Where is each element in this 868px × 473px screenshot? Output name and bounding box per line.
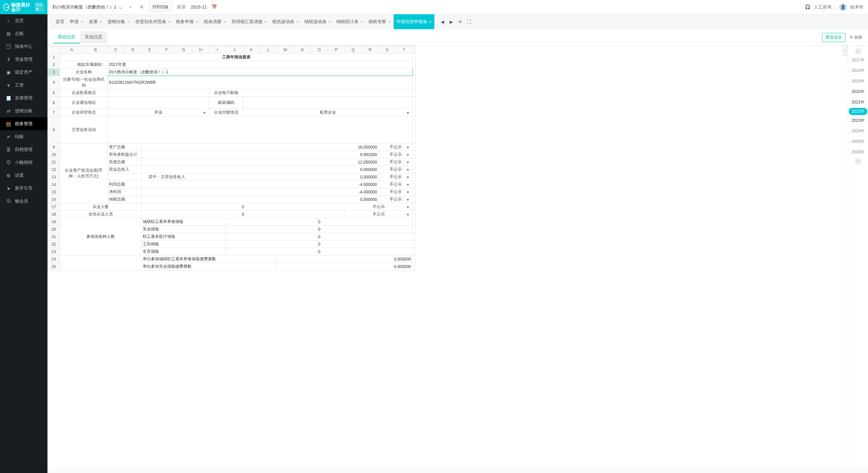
row-11-header[interactable]: 11 — [48, 158, 60, 166]
ins-value-22[interactable]: 0 — [226, 241, 413, 248]
row-17-header[interactable]: 17 — [48, 203, 60, 211]
settings-icon-button[interactable]: ⚙ — [138, 3, 146, 11]
status-select[interactable]: 开业▼ — [107, 109, 209, 116]
col-E[interactable]: E — [141, 46, 158, 54]
value-15[interactable]: -4.000000 — [141, 188, 379, 196]
disclosure-9[interactable]: 不公示▼ — [379, 144, 413, 151]
biz-input[interactable] — [107, 116, 413, 144]
disclosure-select[interactable]: 不公示▼ — [346, 204, 411, 210]
row-10-header[interactable]: 10 — [48, 151, 60, 158]
female-disclosure[interactable]: 不公示▼ — [345, 211, 413, 218]
disclosure-select[interactable]: 开业▼ — [109, 110, 208, 115]
tab-prev-button[interactable]: ◀ — [438, 18, 447, 26]
tab-next-button[interactable]: ▶ — [447, 18, 455, 26]
col-C[interactable]: C — [107, 46, 124, 54]
disclosure-select[interactable]: 不公示▼ — [380, 167, 411, 172]
sidebar-item-salary[interactable]: ¥工资 — [0, 79, 47, 92]
sidebar-item-chart[interactable]: ⿹报表中心 — [0, 40, 47, 53]
sidebar-item-ledger[interactable]: ▤总账 — [0, 27, 47, 40]
tab-close-all-button[interactable]: ✕ — [456, 18, 464, 26]
col-K[interactable]: K — [243, 46, 260, 54]
disclosure-select[interactable]: 不公示▼ — [380, 159, 411, 165]
tab-首页[interactable]: 首页 — [53, 14, 67, 29]
col-J[interactable]: J — [226, 46, 243, 54]
user-name[interactable]: 徐泽华 — [850, 4, 863, 10]
col-R[interactable]: R — [362, 46, 379, 54]
refresh-button[interactable]: ⟳ 刷新 — [850, 35, 863, 40]
tab-发票[interactable]: 发票× — [86, 14, 105, 29]
sidebar-item-guide[interactable]: ➤新手引导 — [0, 182, 47, 195]
disclosure-11[interactable]: 不公示▼ — [379, 158, 413, 166]
calendar-icon[interactable]: 📅 — [212, 4, 217, 10]
year-scroll-up[interactable]: ︿ — [855, 48, 862, 55]
value-10[interactable]: 9.992000 — [141, 151, 379, 158]
row-14-header[interactable]: 14 — [48, 181, 60, 188]
tab-税表清册[interactable]: 税表清册× — [201, 14, 229, 29]
col-F[interactable]: F — [158, 46, 175, 54]
row-15-header[interactable]: 15 — [48, 188, 60, 196]
row-3-header[interactable]: 3 — [48, 69, 60, 76]
sidebar-item-vip[interactable]: Ⓥ畅会员 — [0, 195, 47, 208]
postcode-input[interactable] — [243, 97, 413, 109]
tab-进销台账[interactable]: 进销台账× — [105, 14, 133, 29]
sidebar-item-tax[interactable]: 🧮税务管理 — [0, 117, 47, 130]
sidebar-item-home[interactable]: ⌂首页 — [0, 14, 47, 27]
disclosure-select[interactable]: 不公示▼ — [380, 144, 411, 150]
col-T[interactable]: T — [396, 46, 413, 54]
tab-close-icon[interactable]: × — [296, 19, 299, 24]
account-selector[interactable]: 刘小艳演示账套（勿删勿动！）1 ⌄ — [52, 4, 123, 10]
year-2017年[interactable]: 2017年 — [850, 55, 866, 65]
row-16-header[interactable]: 16 — [48, 196, 60, 203]
horizontal-scrollbar[interactable] — [47, 469, 868, 473]
year-2024年[interactable]: 2024年 — [850, 126, 866, 136]
col-N[interactable]: N — [294, 46, 311, 54]
year-2020年[interactable]: 2020年 — [850, 87, 866, 97]
col-I[interactable]: I — [209, 46, 226, 54]
fullscreen-button[interactable]: ⛶ — [465, 18, 473, 26]
tab-纳税波动表[interactable]: 纳税波动表× — [302, 14, 334, 29]
sidebar-item-asset[interactable]: ▣固定资产 — [0, 66, 47, 79]
row-21-header[interactable]: 21 — [48, 233, 60, 241]
tab-close-icon[interactable]: × — [388, 19, 391, 24]
tab-close-icon[interactable]: × — [196, 19, 198, 24]
disclosure-13[interactable]: 不公示▼ — [379, 173, 413, 181]
ins-value-19[interactable]: 0 — [226, 218, 413, 226]
row-6-header[interactable]: 6 — [48, 97, 60, 109]
tab-纳税统计表[interactable]: 纳税统计表× — [334, 14, 366, 29]
tab-税检专家[interactable]: 税检专家× — [366, 14, 394, 29]
row-13-header[interactable]: 13 — [48, 173, 60, 181]
disclosure-select[interactable]: 不公示▼ — [380, 152, 411, 157]
email-input[interactable] — [243, 89, 413, 97]
col-H[interactable]: H — [192, 46, 209, 54]
tab-close-icon[interactable]: × — [264, 19, 267, 24]
col-A[interactable]: A — [60, 46, 84, 54]
row-20-header[interactable]: 20 — [48, 226, 60, 233]
row-5-header[interactable]: 5 — [48, 89, 60, 97]
year-2023年[interactable]: 2023年 — [850, 116, 866, 126]
tab-close-icon[interactable]: × — [100, 19, 102, 24]
col-Q[interactable]: Q — [345, 46, 362, 54]
sidebar-item-invoice[interactable]: 🧾发票管理 — [0, 92, 47, 105]
col-D[interactable]: D — [124, 46, 141, 54]
disclosure-select[interactable]: 不公示▼ — [380, 189, 411, 195]
addr-input[interactable] — [107, 97, 209, 109]
row-7-header[interactable]: 7 — [48, 109, 60, 116]
year-scroll-down[interactable]: ﹀ — [855, 158, 862, 165]
row-9-header[interactable]: 9 — [48, 144, 60, 151]
year-2026年[interactable]: 2026年 — [850, 147, 866, 157]
tab-close-icon[interactable]: × — [223, 19, 226, 24]
value-9[interactable]: 18.050000 — [141, 144, 379, 151]
sidebar-item-gear[interactable]: ⚙设置 — [0, 169, 47, 182]
col-O[interactable]: O — [311, 46, 328, 54]
sub-empty[interactable] — [107, 173, 141, 181]
tab-﻿申报[interactable]: 申报× — [67, 14, 86, 29]
sidebar-item-funds[interactable]: ＄资金管理 — [0, 53, 47, 66]
year-2021年[interactable]: 2021年 — [850, 97, 866, 107]
female-value[interactable]: 0 — [141, 211, 345, 218]
col-P[interactable]: P — [328, 46, 345, 54]
tab-存货别名对照表[interactable]: 存货别名对照表× — [133, 14, 174, 29]
disclosure-14[interactable]: 不公示▼ — [379, 181, 413, 188]
year-2018年[interactable]: 2018年 — [850, 66, 866, 76]
tab-close-icon[interactable]: × — [168, 19, 171, 24]
ins-value-23[interactable]: 0 — [226, 248, 413, 256]
